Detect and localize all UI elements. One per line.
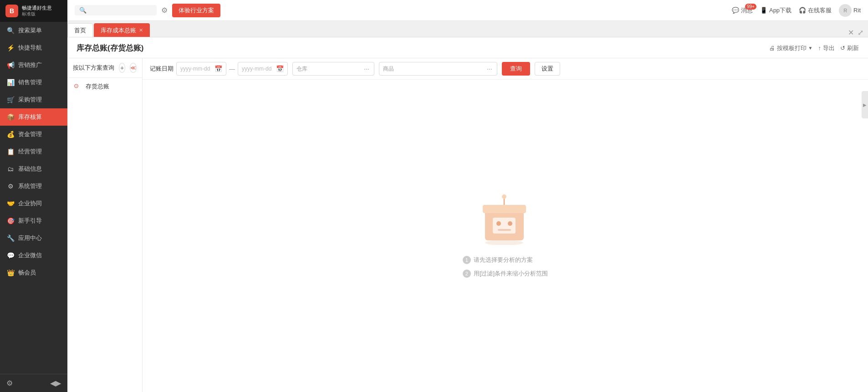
- settings-icon[interactable]: ⚙: [161, 6, 168, 15]
- sidebar-item-sales[interactable]: 📊 销售管理: [0, 74, 67, 91]
- sidebar-footer: ⚙ ◀▶: [0, 374, 67, 392]
- step1-num: 1: [463, 256, 471, 264]
- toggle-sidebar-icon[interactable]: ◀▶: [50, 379, 61, 387]
- sidebar-item-label: 企业协同: [18, 199, 42, 208]
- sidebar-item-search-menu[interactable]: 🔍 搜索菜单: [0, 22, 67, 39]
- expand-panel-btn[interactable]: ⤢: [858, 28, 863, 37]
- sidebar-item-vip[interactable]: 👑 畅会员: [0, 264, 67, 281]
- filter-row: 记账日期 yyyy-mm-dd 📅 — yyyy-mm-dd 📅: [143, 58, 868, 80]
- wechat-icon: 💬: [6, 251, 15, 260]
- sidebar-item-label: 销售管理: [18, 78, 42, 87]
- tabs-bar: 首页 库存成本总账 ✕ ✕ ⤢: [67, 21, 868, 37]
- scheme-item-label: 存货总账: [86, 82, 109, 91]
- sidebar-item-marketing[interactable]: 📢 营销推广: [0, 56, 67, 74]
- tab-close-icon[interactable]: ✕: [139, 27, 143, 33]
- tab-inventory-ledger[interactable]: 库存成本总账 ✕: [94, 23, 150, 37]
- vip-icon: 👑: [6, 269, 15, 277]
- sidebar-item-finance[interactable]: 💰 资金管理: [0, 126, 67, 143]
- corp-icon: 🤝: [6, 199, 15, 208]
- date-field-group: 记账日期 yyyy-mm-dd 📅 — yyyy-mm-dd 📅: [150, 62, 288, 76]
- date-start-input[interactable]: yyyy-mm-dd 📅: [176, 62, 226, 76]
- app-logo: B 畅捷通好生意 标准版: [0, 0, 67, 22]
- warehouse-more-icon: ···: [363, 65, 370, 72]
- date-start-placeholder: yyyy-mm-dd: [180, 66, 210, 72]
- sidebar-item-operations[interactable]: 📋 经营管理: [0, 143, 67, 160]
- sidebar-item-system[interactable]: ⚙ 系统管理: [0, 178, 67, 195]
- svg-rect-1: [483, 205, 526, 213]
- date-end-input[interactable]: yyyy-mm-dd 📅: [238, 62, 288, 76]
- tab-ledger-label: 库存成本总账: [101, 26, 136, 35]
- sidebar-item-quick-nav[interactable]: ⚡ 快捷导航: [0, 39, 67, 56]
- apps-icon: 🔧: [6, 234, 15, 242]
- refresh-icon: ↺: [840, 45, 845, 51]
- sidebar-item-inventory[interactable]: 📦 库存核算: [0, 108, 67, 126]
- finance-icon: 💰: [6, 130, 15, 138]
- svg-point-4: [508, 221, 512, 226]
- refresh-btn[interactable]: ↺ 刷新: [840, 44, 859, 52]
- sidebar-scroll: 🔍 搜索菜单 ⚡ 快捷导航 📢 营销推广 📊 销售管理 🛒 采购管理 📦 库存核…: [0, 22, 67, 374]
- sidebar: B 畅捷通好生意 标准版 🔍 搜索菜单 ⚡ 快捷导航 📢 营销推广 📊 销售管理…: [0, 0, 67, 392]
- sidebar-item-newbie[interactable]: 🎯 新手引导: [0, 212, 67, 229]
- topbar-left: 🔍 ⚙ 体验行业方案: [75, 4, 220, 17]
- warehouse-input[interactable]: 仓库 ···: [292, 62, 374, 76]
- page-area: 库存总账(存货总账) 🖨 按模板打印 ▼ ↑ 导出 ↺ 刷新: [67, 37, 868, 392]
- settings-footer-icon[interactable]: ⚙: [6, 379, 13, 387]
- user-area[interactable]: R Rit: [839, 4, 861, 17]
- empty-hints: 1 请先选择要分析的方案 2 用[过滤]条件来缩小分析范围: [463, 254, 548, 281]
- industry-btn[interactable]: 体验行业方案: [172, 4, 220, 17]
- app-name: 畅捷通好生意: [22, 5, 52, 11]
- search-box[interactable]: 🔍: [75, 5, 157, 15]
- empty-state: 1 请先选择要分析的方案 2 用[过滤]条件来缩小分析范围: [143, 80, 868, 392]
- export-label: 导出: [823, 44, 835, 52]
- sidebar-item-label: 企业微信: [18, 251, 42, 260]
- empty-illustration: [478, 190, 533, 245]
- app-download-label: App下载: [769, 6, 791, 15]
- calendar-start-icon: 📅: [214, 65, 222, 72]
- user-avatar: R: [839, 4, 852, 17]
- sidebar-item-label: 营销推广: [18, 61, 42, 69]
- svg-point-8: [485, 240, 523, 245]
- filter-bar: 按以下方案查询 + ≪: [67, 58, 142, 78]
- sidebar-item-corp[interactable]: 🤝 企业协同: [0, 195, 67, 212]
- svg-rect-2: [493, 218, 516, 234]
- purchase-icon: 🛒: [6, 96, 15, 104]
- sidebar-item-basic-info[interactable]: 🗂 基础信息: [0, 160, 67, 178]
- sidebar-item-apps[interactable]: 🔧 应用中心: [0, 229, 67, 247]
- scheme-panel: 按以下方案查询 + ≪ ⊙ 存货总账: [67, 58, 143, 392]
- add-filter-btn[interactable]: +: [119, 63, 125, 73]
- sidebar-item-purchase[interactable]: 🛒 采购管理: [0, 91, 67, 108]
- online-service-btn[interactable]: 🎧 在线客服: [799, 6, 832, 15]
- export-btn[interactable]: ↑ 导出: [818, 44, 835, 52]
- app-download-btn[interactable]: 📱 App下载: [760, 6, 791, 15]
- date-end-placeholder: yyyy-mm-dd: [242, 66, 271, 72]
- messages-badge: 99+: [745, 4, 756, 10]
- topbar-right: 💬 消息 99+ 📱 App下载 🎧 在线客服 R Rit: [732, 4, 861, 17]
- marketing-icon: 📢: [6, 61, 15, 69]
- messages-btn[interactable]: 💬 消息 99+: [732, 6, 753, 15]
- export-icon: ↑: [818, 45, 822, 51]
- print-btn[interactable]: 🖨 按模板打印 ▼: [769, 44, 813, 52]
- tab-home-label: 首页: [74, 26, 86, 35]
- product-input[interactable]: 商品 ···: [379, 62, 497, 76]
- hint1-text: 请先选择要分析的方案: [474, 254, 533, 266]
- newbie-icon: 🎯: [6, 217, 15, 225]
- warehouse-placeholder: 仓库: [296, 65, 307, 73]
- sidebar-item-wechat[interactable]: 💬 企业微信: [0, 247, 67, 264]
- printer-icon: 🖨: [769, 45, 775, 51]
- basic-info-icon: 🗂: [6, 165, 15, 173]
- calendar-end-icon: 📅: [276, 65, 284, 72]
- close-panel-btn[interactable]: ✕: [848, 28, 854, 37]
- warehouse-field-group: 仓库 ···: [292, 62, 374, 76]
- collapse-filter-btn[interactable]: ≪: [130, 63, 137, 73]
- tab-home[interactable]: 首页: [67, 23, 93, 37]
- right-panel-handle[interactable]: ▶: [862, 91, 868, 118]
- sales-icon: 📊: [6, 78, 15, 87]
- sidebar-item-label: 新手引导: [18, 217, 42, 225]
- settings-btn[interactable]: 设置: [535, 62, 560, 76]
- page-header: 库存总账(存货总账) 🖨 按模板打印 ▼ ↑ 导出 ↺ 刷新: [67, 37, 868, 58]
- query-btn[interactable]: 查询: [502, 62, 530, 76]
- sidebar-item-label: 采购管理: [18, 96, 42, 104]
- phone-icon: 📱: [760, 7, 767, 14]
- sidebar-item-label: 应用中心: [18, 234, 42, 242]
- scheme-item-inventory[interactable]: ⊙ 存货总账: [67, 78, 142, 95]
